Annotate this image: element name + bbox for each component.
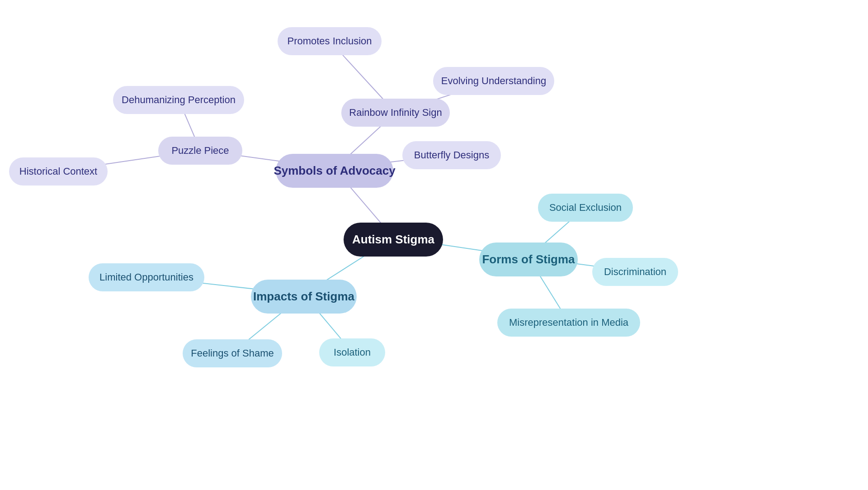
node-puzzle: Puzzle Piece: [158, 137, 242, 165]
node-evolving: Evolving Understanding: [433, 67, 554, 95]
node-butterfly: Butterfly Designs: [402, 141, 501, 169]
node-limited: Limited Opportunities: [89, 263, 204, 291]
node-impacts: Impacts of Stigma: [251, 280, 357, 314]
mindmap-container: Autism StigmaSymbols of AdvocacyPromotes…: [0, 0, 868, 490]
node-isolation: Isolation: [319, 338, 385, 366]
node-misrepresentation: Misrepresentation in Media: [497, 309, 640, 337]
node-discrimination: Discrimination: [592, 258, 678, 286]
node-forms: Forms of Stigma: [479, 243, 578, 276]
node-rainbow: Rainbow Infinity Sign: [341, 99, 450, 127]
node-shame: Feelings of Shame: [183, 339, 282, 367]
node-promotes: Promotes Inclusion: [278, 27, 382, 55]
node-dehumanizing: Dehumanizing Perception: [113, 86, 244, 114]
node-center: Autism Stigma: [344, 223, 443, 257]
node-historical: Historical Context: [9, 157, 108, 186]
node-social: Social Exclusion: [538, 194, 633, 222]
node-symbols: Symbols of Advocacy: [276, 154, 393, 188]
